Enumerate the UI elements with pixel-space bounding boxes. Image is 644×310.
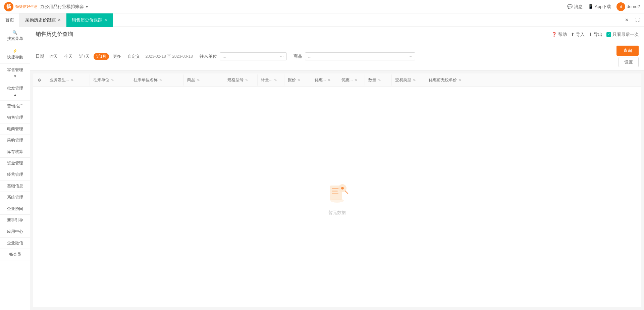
tab-home[interactable]: 首页 <box>0 13 20 27</box>
sidebar-item-newbie-label: 新手引导 <box>7 218 23 222</box>
sidebar-item-search-label: 搜索菜单 <box>7 36 23 42</box>
table-container: ⚙ 业务发生... 往来单位 往来单位名称 商品 规格型号 计量... <box>33 73 641 307</box>
sidebar-item-basic[interactable]: 基础信息 <box>0 180 30 192</box>
tab-sales[interactable]: 销售历史价跟踪 ✕ <box>66 13 113 27</box>
sidebar-item-apps[interactable]: 应用中心 <box>0 226 30 238</box>
tab-bar: 首页 采购历史价跟踪 ✕ 销售历史价跟踪 ✕ ✕ ⛶ <box>0 13 644 27</box>
sidebar-item-search[interactable]: 🔍 搜索菜单 <box>0 27 30 45</box>
avatar: d <box>616 2 625 11</box>
sidebar-item-wholesale-label: 批发管理 <box>7 86 23 91</box>
message-button[interactable]: 💬 消息 <box>567 4 583 10</box>
svg-rect-4 <box>332 193 338 194</box>
sidebar-item-enterprise-label: 企业协同 <box>7 206 23 211</box>
th-spec[interactable]: 规格型号 <box>224 74 258 86</box>
goods-input[interactable] <box>308 54 409 59</box>
help-icon: ❓ <box>551 32 557 37</box>
sidebar-item-finance-label: 资金管理 <box>7 161 23 165</box>
sidebar-item-shortcut[interactable]: ⚡ 快捷导航 <box>0 45 30 64</box>
sidebar-item-ecommerce[interactable]: 电商管理 <box>0 123 30 135</box>
download-button[interactable]: 📱 App下载 <box>588 4 611 10</box>
filter-row: 日期 昨天 今天 近7天 近1月 更多 自定义 2023-02-18 至 202… <box>36 46 639 67</box>
help-button[interactable]: ❓ 帮助 <box>551 32 567 38</box>
th-discount1[interactable]: 优惠... <box>311 74 338 86</box>
date-btn-today[interactable]: 今天 <box>62 53 75 60</box>
empty-state-icon <box>324 179 351 206</box>
search-icon: 🔍 <box>12 30 17 35</box>
tab-purchase[interactable]: 采购历史价跟踪 ✕ <box>20 13 66 27</box>
sidebar-item-shortcut-label: 快捷导航 <box>7 54 23 60</box>
top-bar-left: 畅 畅捷信好生意 办公用品行业模拟账套 ▾ <box>4 2 88 11</box>
breadcrumb: 办公用品行业模拟账套 ▾ <box>40 4 88 10</box>
sidebar-item-operations-label: 经营管理 <box>7 172 23 177</box>
th-quantity[interactable]: 数量 <box>365 74 392 86</box>
th-goods[interactable]: 商品 <box>184 74 224 86</box>
sidebar-item-ecommerce-label: 电商管理 <box>7 126 23 131</box>
date-btn-7days[interactable]: 近7天 <box>76 53 92 60</box>
tab-bar-right: ✕ ⛶ <box>623 16 644 24</box>
empty-state: 暂元数据 <box>33 87 641 307</box>
goods-label: 商品 <box>293 53 302 59</box>
th-unit-name[interactable]: 往来单位名称 <box>130 74 184 86</box>
goods-browse-icon[interactable]: ··· <box>409 54 413 59</box>
th-discount2[interactable]: 优惠... <box>338 74 365 86</box>
sidebar-item-system-label: 系统管理 <box>7 195 23 200</box>
sidebar-item-inventory[interactable]: 库存核算 <box>0 146 30 158</box>
user-avatar-area[interactable]: d demo2 <box>616 2 640 11</box>
sidebar-item-sales-mgmt[interactable]: 销售管理 <box>0 112 30 123</box>
sidebar-item-inventory-label: 库存核算 <box>7 149 23 154</box>
sidebar-item-wechat[interactable]: 企业微信 <box>0 238 30 249</box>
date-btn-1month[interactable]: 近1月 <box>94 53 109 60</box>
tab-purchase-close[interactable]: ✕ <box>58 18 61 22</box>
page-header-actions: ❓ 帮助 ⬆ 导入 ⬇ 导出 ✓ 只看最后一次 <box>551 32 639 42</box>
trading-partner-input[interactable] <box>223 54 280 59</box>
top-bar: 畅 畅捷信好生意 办公用品行业模拟账套 ▾ 💬 消息 📱 App下载 d dem… <box>0 0 644 13</box>
sidebar-item-apps-label: 应用中心 <box>7 229 23 234</box>
dropdown-icon[interactable]: ▾ <box>86 4 88 9</box>
sidebar-item-marketing-label: 营销推广 <box>7 104 23 108</box>
sidebar-item-retail-label: 零售管理 <box>7 67 23 73</box>
th-quote-price[interactable]: 报价 <box>284 74 311 86</box>
tab-close-all-button[interactable]: ✕ <box>623 16 631 24</box>
th-trans-type[interactable]: 交易类型 <box>392 74 425 86</box>
goods-input-wrapper: ··· <box>305 52 416 60</box>
import-icon: ⬆ <box>571 32 575 37</box>
sidebar-item-newbie[interactable]: 新手引导 <box>0 215 30 226</box>
logo-icon: 畅 <box>4 2 13 11</box>
table-header: ⚙ 业务发生... 往来单位 往来单位名称 商品 规格型号 计量... <box>33 73 641 87</box>
sidebar-item-member-label: 畅会员 <box>9 252 21 257</box>
filter-bar: 日期 昨天 今天 近7天 近1月 更多 自定义 2023-02-18 至 202… <box>30 42 644 71</box>
sidebar-item-retail[interactable]: 零售管理 ▾ <box>0 64 30 82</box>
last-only-toggle[interactable]: ✓ 只看最后一次 <box>606 32 639 38</box>
sidebar-item-marketing[interactable]: 营销推广 <box>0 101 30 112</box>
last-only-checkbox[interactable]: ✓ <box>606 32 611 37</box>
trading-partner-browse-icon[interactable]: ··· <box>280 54 284 59</box>
filter-right-actions: 查询 设置 <box>616 46 639 67</box>
date-btn-yesterday[interactable]: 昨天 <box>47 53 60 60</box>
sidebar-item-purchase[interactable]: 采购管理 <box>0 135 30 146</box>
date-btn-more[interactable]: 更多 <box>110 53 124 60</box>
th-business-date[interactable]: 业务发生... <box>46 74 90 86</box>
sidebar-item-system[interactable]: 系统管理 <box>0 192 30 203</box>
export-button[interactable]: ⬇ 导出 <box>589 32 602 38</box>
sidebar-item-member[interactable]: 畅会员 <box>0 249 30 260</box>
export-icon: ⬇ <box>589 32 592 37</box>
th-notax-price[interactable]: 优惠前无税单价 <box>425 74 641 86</box>
sidebar-item-wholesale[interactable]: 批发管理 ▴ <box>0 82 30 101</box>
logo-text: 畅捷信好生意 <box>15 4 38 9</box>
date-buttons: 昨天 今天 近7天 近1月 更多 自定义 <box>47 53 143 60</box>
sidebar-item-enterprise[interactable]: 企业协同 <box>0 203 30 215</box>
tab-home-label: 首页 <box>5 17 14 23</box>
th-measure[interactable]: 计量... <box>258 74 284 86</box>
tab-sales-close[interactable]: ✕ <box>104 18 107 22</box>
query-button[interactable]: 查询 <box>616 46 639 56</box>
import-button[interactable]: ⬆ 导入 <box>571 32 585 38</box>
settings-button[interactable]: 设置 <box>619 57 639 67</box>
tab-maximize-button[interactable]: ⛶ <box>633 16 641 24</box>
sidebar-item-operations[interactable]: 经营管理 <box>0 169 30 180</box>
date-btn-custom[interactable]: 自定义 <box>125 53 143 60</box>
trading-partner-label: 往来单位 <box>200 53 217 59</box>
sidebar-item-finance[interactable]: 资金管理 <box>0 158 30 169</box>
th-gear[interactable]: ⚙ <box>33 75 46 85</box>
sidebar-item-basic-label: 基础信息 <box>7 184 23 188</box>
th-unit-code[interactable]: 往来单位 <box>90 74 130 86</box>
